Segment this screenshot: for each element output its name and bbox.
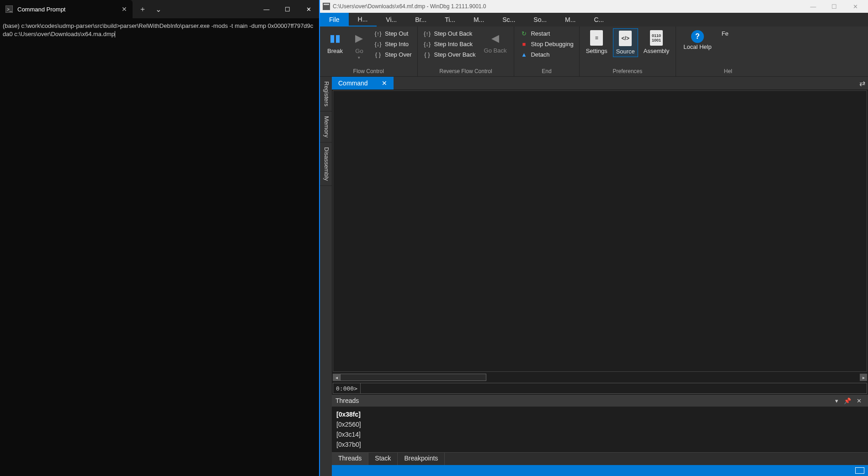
step-over-button[interactable]: { }Step Over — [372, 50, 414, 59]
ribbon-tab-command[interactable]: C... — [585, 13, 613, 26]
scroll-left-icon[interactable]: ◂ — [333, 374, 340, 381]
local-help-button[interactable]: ? Local Help — [680, 28, 715, 52]
restart-icon: ↻ — [520, 30, 528, 37]
feedback-button[interactable]: Fe — [718, 28, 732, 39]
end-label: End — [518, 67, 575, 75]
ribbon-tab-view[interactable]: Vi... — [377, 13, 406, 26]
statusbar — [332, 465, 868, 476]
step-into-button[interactable]: {↓}Step Into — [372, 40, 414, 48]
bottom-tab-stack[interactable]: Stack — [368, 453, 398, 465]
step-into-label: Step Into — [385, 41, 409, 48]
step-over-icon: { } — [374, 51, 382, 58]
tab-menu-icon[interactable]: ⇄ — [857, 79, 868, 88]
close-command-tab-icon[interactable]: ✕ — [382, 79, 387, 87]
close-tab-icon[interactable]: ✕ — [122, 5, 127, 13]
source-label: Source — [616, 48, 635, 55]
assembly-button[interactable]: 01101001 Assembly — [641, 28, 672, 56]
ribbon-tab-breakpoints[interactable]: Br... — [406, 13, 436, 26]
terminal-output[interactable]: (base) c:\work\codes\udmp-parser\src\bui… — [0, 18, 319, 476]
command-tab-label: Command — [338, 79, 368, 87]
threads-list: [0x38fc] [0x2560] [0x3c14] [0x37b0] — [332, 407, 868, 452]
windbg-content: Command ✕ ⇄ ◂ ▸ 0:000> Threads ▾ — [332, 77, 868, 476]
windbg-title: C:\Users\over\Downloads\x64.mf.dmp - Win… — [333, 3, 803, 10]
command-output[interactable] — [333, 90, 867, 372]
ribbon-tab-timelines[interactable]: Ti... — [436, 13, 464, 26]
break-button[interactable]: ▮▮ Break — [324, 28, 346, 56]
step-into-back-label: Step Into Back — [434, 41, 473, 48]
terminal-cursor — [115, 31, 115, 37]
step-out-label: Step Out — [385, 30, 408, 37]
ribbon-tab-strip: File H... Vi... Br... Ti... M... Sc... S… — [320, 13, 868, 26]
ribbon-tab-memory[interactable]: M... — [556, 13, 585, 26]
scroll-right-icon[interactable]: ▸ — [860, 374, 867, 381]
step-out-back-icon: {↑} — [423, 30, 431, 37]
step-over-back-button[interactable]: { }Step Over Back — [421, 50, 478, 59]
ribbon-group-help: ? Local Help Fe Hel — [676, 26, 736, 76]
wd-minimize-button[interactable]: — — [803, 1, 823, 11]
command-tab[interactable]: Command ✕ — [332, 77, 394, 90]
bottom-tab-threads[interactable]: Threads — [332, 453, 368, 465]
threads-pin-icon[interactable]: 📌 — [841, 397, 854, 404]
ribbon-group-preferences: ≡ Settings </> Source 01101001 Assembly … — [580, 26, 676, 76]
detach-icon: ▲ — [520, 51, 528, 58]
threads-close-icon[interactable]: ✕ — [854, 397, 864, 404]
ribbon-tab-scripting[interactable]: Sc... — [493, 13, 524, 26]
wd-maximize-button[interactable]: ☐ — [824, 1, 844, 11]
scroll-track[interactable] — [340, 374, 486, 381]
source-button[interactable]: </> Source — [613, 28, 638, 57]
wd-close-button[interactable]: ✕ — [845, 1, 865, 11]
feedback-label: Fe — [722, 30, 729, 37]
close-window-button[interactable]: ✕ — [298, 0, 319, 18]
side-tab-memory[interactable]: Memory — [320, 111, 332, 143]
maximize-button[interactable]: ☐ — [277, 0, 298, 18]
threads-title: Threads — [335, 397, 359, 404]
assembly-label: Assembly — [644, 48, 669, 54]
thread-item[interactable]: [0x3c14] — [336, 429, 863, 439]
step-out-button[interactable]: {↑}Step Out — [372, 29, 414, 38]
stop-debugging-button[interactable]: ■Stop Debugging — [518, 40, 575, 48]
thread-item[interactable]: [0x37b0] — [336, 439, 863, 450]
command-input[interactable] — [361, 383, 867, 393]
threads-dropdown-icon[interactable]: ▾ — [832, 397, 841, 404]
go-back-button[interactable]: ◀ Go Back — [480, 28, 511, 56]
status-indicator[interactable] — [855, 467, 864, 474]
terminal-tab-title: Command Prompt — [17, 6, 117, 13]
step-over-back-label: Step Over Back — [434, 51, 476, 58]
windbg-window-controls: — ☐ ✕ — [803, 1, 865, 11]
stop-icon: ■ — [520, 41, 528, 48]
new-tab-button[interactable]: ＋ — [135, 2, 150, 16]
restart-button[interactable]: ↻Restart — [518, 29, 575, 38]
command-prompt-label: 0:000> — [333, 383, 361, 393]
go-back-label: Go Back — [484, 48, 507, 54]
step-out-back-button[interactable]: {↑}Step Out Back — [421, 29, 478, 38]
bottom-tab-breakpoints[interactable]: Breakpoints — [398, 453, 445, 465]
restart-label: Restart — [531, 30, 550, 37]
ribbon-group-end: ↻Restart ■Stop Debugging ▲Detach End — [514, 26, 579, 76]
local-help-label: Local Help — [683, 44, 711, 50]
break-label: Break — [327, 48, 343, 54]
ribbon-tab-file[interactable]: File — [320, 13, 349, 26]
ribbon-tab-home[interactable]: H... — [349, 13, 377, 26]
side-tab-registers[interactable]: Registers — [320, 77, 332, 111]
help-label: Hel — [680, 67, 732, 75]
tab-dropdown-button[interactable]: ⌄ — [151, 2, 165, 16]
side-tabs: Registers Memory Disassembly — [320, 77, 332, 476]
terminal-text: (base) c:\work\codes\udmp-parser\src\bui… — [3, 22, 313, 37]
thread-item[interactable]: [0x38fc] — [336, 409, 863, 419]
ribbon-tab-model[interactable]: M... — [464, 13, 493, 26]
terminal-titlebar: >_ Command Prompt ✕ ＋ ⌄ — ☐ ✕ — [0, 0, 319, 18]
command-tabbar: Command ✕ ⇄ — [332, 77, 868, 90]
ribbon-tab-source[interactable]: So... — [524, 13, 556, 26]
terminal-tab[interactable]: >_ Command Prompt ✕ — [0, 0, 133, 18]
detach-label: Detach — [531, 51, 549, 58]
detach-button[interactable]: ▲Detach — [518, 50, 575, 59]
minimize-button[interactable]: — — [256, 0, 277, 18]
go-button[interactable]: ▶ Go ▾ — [349, 28, 369, 62]
thread-item[interactable]: [0x2560] — [336, 419, 863, 429]
ribbon-group-reverse-flow: {↑}Step Out Back {↓}Step Into Back { }St… — [418, 26, 515, 76]
side-tab-disassembly[interactable]: Disassembly — [320, 143, 332, 186]
source-doc-icon: </> — [619, 31, 632, 46]
step-into-back-button[interactable]: {↓}Step Into Back — [421, 40, 478, 48]
command-hscrollbar[interactable]: ◂ ▸ — [333, 374, 867, 381]
settings-button[interactable]: ≡ Settings — [583, 28, 610, 56]
